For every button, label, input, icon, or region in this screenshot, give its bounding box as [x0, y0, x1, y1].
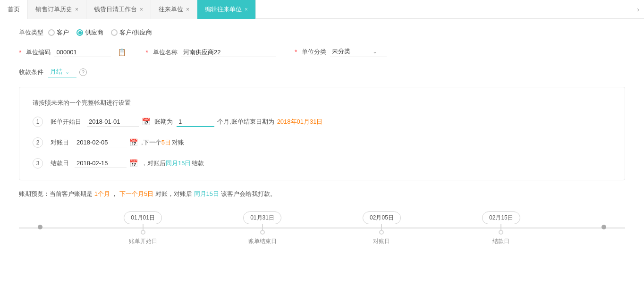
step-date-input-2[interactable] — [75, 138, 127, 147]
timeline-node-1: 01月01日 账单开始日 — [124, 211, 162, 245]
step-num-2: 2 — [33, 137, 43, 148]
unit-category-value: 未分类 — [332, 47, 370, 56]
timeline-start-cap — [38, 211, 42, 229]
unit-name-star: * — [145, 49, 148, 56]
timeline-badge-4: 02月15日 — [482, 211, 520, 224]
main-content: 单位类型 客户 供应商 客户/供应商 * 单位编码 📋 * 单位名称 — [0, 19, 644, 287]
timeline-nodes: 01月01日 账单开始日 01月31日 账单结束日 02月05日 对账日 — [38, 211, 606, 245]
unit-code-input[interactable] — [54, 48, 111, 57]
unit-code-copy-icon[interactable]: 📋 — [118, 48, 127, 57]
radio-supplier-label: 供应商 — [85, 28, 103, 37]
preview-prefix: 账期预览：当前客户账期是 — [19, 190, 93, 197]
timeline-wrapper: 01月01日 账单开始日 01月31日 账单结束日 02月05日 对账日 — [19, 211, 625, 245]
preview-comma1: ， — [111, 190, 118, 197]
unit-type-row: 单位类型 客户 供应商 客户/供应商 — [19, 28, 625, 37]
tab-sales-order-history-close[interactable]: × — [75, 6, 78, 13]
step-label-1: 账单开始日 — [51, 118, 81, 126]
tab-partner-units-close[interactable]: × — [186, 6, 189, 13]
step-label-2: 对账日 — [51, 138, 69, 147]
tab-edit-partner-units[interactable]: 编辑往来单位 × — [197, 0, 256, 19]
timeline-dot-2 — [260, 230, 265, 235]
step-cal-icon-2[interactable]: 📅 — [129, 138, 138, 147]
radio-circle-supplier — [76, 29, 83, 36]
step-num-3: 3 — [33, 158, 43, 169]
timeline-end-cap — [602, 211, 606, 229]
timeline-node-2: 01月31日 账单结束日 — [243, 211, 281, 245]
timeline-start-dot — [38, 225, 42, 229]
step2-desc-suffix: 对账 — [172, 138, 184, 147]
unit-category-field: * 单位分类 未分类 ⌄ — [295, 46, 387, 57]
unit-category-star: * — [295, 48, 297, 56]
unit-type-radio-group: 客户 供应商 客户/供应商 — [48, 28, 152, 37]
radio-supplier[interactable]: 供应商 — [76, 28, 103, 37]
radio-both[interactable]: 客户/供应商 — [111, 28, 152, 37]
preview-part3: 同月15日 — [194, 190, 219, 197]
timeline-label-3: 对账日 — [373, 237, 390, 245]
radio-both-label: 客户/供应商 — [119, 28, 152, 37]
timeline-badge-1: 01月01日 — [124, 211, 162, 224]
radio-customer[interactable]: 客户 — [48, 28, 69, 37]
period-value-input[interactable] — [177, 117, 214, 127]
preview-section: 账期预览：当前客户账期是 1个月 ， 下一个月5日 对账，对账后 同月15日 该… — [19, 190, 625, 198]
preview-part2: 下一个月5日 — [119, 190, 153, 197]
tab-home-label: 首页 — [8, 5, 20, 14]
timeline-dot-1 — [141, 230, 145, 235]
unit-name-field: * 单位名称 — [145, 48, 275, 57]
tab-partner-units[interactable]: 往来单位 × — [151, 0, 197, 19]
step-row-2: 2 对账日 📅 ,下一个 5日 对账 — [33, 137, 611, 148]
unit-info-row: * 单位编码 📋 * 单位名称 * 单位分类 未分类 ⌄ — [19, 46, 625, 57]
timeline-badge-3: 02月05日 — [363, 211, 401, 224]
unit-category-arrow: ⌄ — [373, 48, 377, 55]
tab-cash-goods-workbench-close[interactable]: × — [140, 6, 143, 13]
unit-code-star: * — [19, 49, 21, 56]
collect-condition-value: 月结 — [50, 68, 62, 76]
timeline-end-dot — [602, 225, 606, 229]
step-cal-icon-1[interactable]: 📅 — [142, 118, 151, 126]
info-box: 请按照未来的一个完整帐期进行设置 1 账单开始日 📅 账期为 个月,账单结束日期… — [19, 87, 625, 180]
step-num-1: 1 — [33, 117, 43, 127]
step3-desc-suffix: 结款 — [192, 159, 204, 168]
step2-desc-highlight: 5日 — [161, 138, 171, 147]
period-end-date: 2018年01月31日 — [277, 118, 323, 126]
tabs-chevron[interactable]: › — [632, 6, 644, 13]
collect-condition-arrow: ⌄ — [65, 69, 69, 75]
period-label: 账期为 — [154, 118, 173, 126]
tab-sales-order-history[interactable]: 销售订单历史 × — [28, 0, 86, 19]
unit-category-select[interactable]: 未分类 ⌄ — [330, 46, 387, 57]
unit-code-label: 单位编码 — [26, 48, 51, 57]
unit-category-label: 单位分类 — [302, 48, 326, 56]
step-label-3: 结款日 — [51, 159, 69, 168]
info-box-title: 请按照未来的一个完整帐期进行设置 — [33, 99, 611, 107]
unit-type-label: 单位类型 — [19, 28, 43, 37]
step-row-1: 1 账单开始日 📅 账期为 个月,账单结束日期为 2018年01月31日 — [33, 117, 611, 127]
help-icon[interactable]: ? — [79, 68, 87, 76]
collect-condition-select[interactable]: 月结 ⌄ — [48, 67, 76, 77]
timeline-stem-4 — [500, 224, 501, 230]
tab-cash-goods-workbench-label: 钱货日清工作台 — [94, 5, 137, 14]
tabs-bar: 首页 销售订单历史 × 钱货日清工作台 × 往来单位 × 编辑往来单位 × › — [0, 0, 644, 19]
unit-name-input[interactable] — [181, 48, 276, 57]
step-date-input-1[interactable] — [87, 117, 139, 127]
step-row-3: 3 结款日 📅 ，对账后 同月15日 结款 — [33, 158, 611, 169]
step3-desc-highlight: 同月15日 — [166, 159, 191, 168]
collect-condition-label: 收款条件 — [19, 68, 43, 76]
timeline-stem-1 — [143, 224, 144, 230]
step3-desc-prefix: ，对账后 — [141, 159, 166, 168]
step-date-input-3[interactable] — [75, 159, 127, 168]
unit-code-field: * 单位编码 📋 — [19, 48, 127, 57]
tab-partner-units-label: 往来单位 — [159, 5, 183, 14]
preview-suffix: 该客户会给我打款。 — [221, 190, 276, 197]
preview-part1: 1个月 — [94, 190, 110, 197]
radio-customer-label: 客户 — [57, 28, 69, 37]
timeline-stem-3 — [381, 224, 382, 230]
preview-part2-text: 对账，对账后 — [155, 190, 192, 197]
tab-cash-goods-workbench[interactable]: 钱货日清工作台 × — [86, 0, 151, 19]
unit-name-label: 单位名称 — [153, 48, 178, 57]
timeline-dot-3 — [379, 230, 384, 235]
radio-circle-customer — [48, 29, 55, 36]
tab-edit-partner-units-close[interactable]: × — [245, 6, 248, 13]
tab-sales-order-history-label: 销售订单历史 — [35, 5, 72, 14]
timeline-badge-2: 01月31日 — [243, 211, 281, 224]
step-cal-icon-3[interactable]: 📅 — [129, 159, 138, 168]
tab-home[interactable]: 首页 — [0, 0, 28, 19]
